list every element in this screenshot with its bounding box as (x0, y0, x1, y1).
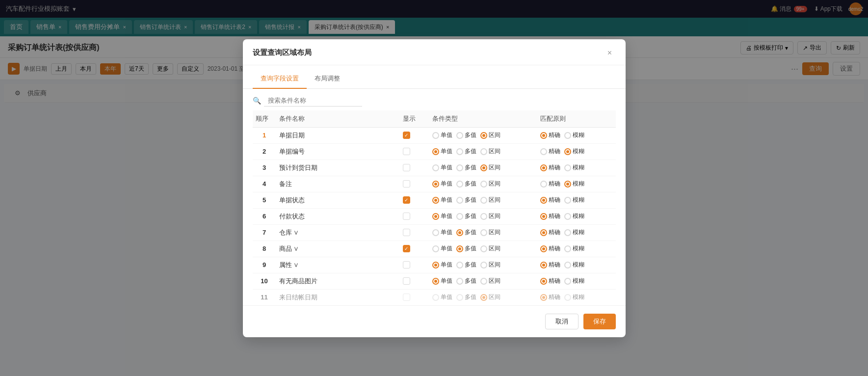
match-radio-精确[interactable]: 精确 (540, 147, 560, 156)
row-order: 2 (253, 143, 276, 160)
row-show-checkbox[interactable] (400, 224, 429, 241)
type-radio-区间[interactable]: 区间 (480, 261, 500, 269)
fields-table-container: 顺序 条件名称 显示 条件类型 匹配原则 1单据日期单值多值区间精确模糊2单据编… (243, 110, 626, 305)
type-radio-多值[interactable]: 多值 (456, 196, 476, 204)
table-row: 1单据日期单值多值区间精确模糊 (253, 127, 616, 143)
table-row: 6付款状态单值多值区间精确模糊 (253, 208, 616, 224)
row-show-checkbox[interactable] (400, 273, 429, 289)
type-radio-多值[interactable]: 多值 (456, 163, 476, 172)
match-radio-模糊[interactable]: 模糊 (564, 212, 584, 220)
type-radio-单值[interactable]: 单值 (432, 277, 452, 285)
type-radio-单值[interactable]: 单值 (432, 131, 452, 139)
row-show-checkbox[interactable] (400, 127, 429, 143)
type-radio-多值[interactable]: 多值 (456, 131, 476, 139)
type-radio-多值[interactable]: 多值 (456, 244, 476, 253)
type-radio-多值[interactable]: 多值 (456, 147, 476, 156)
match-radio-模糊[interactable]: 模糊 (564, 261, 584, 269)
row-field-name: 来日结帐日期 (276, 289, 400, 305)
row-type-options: 单值多值区间 (429, 176, 537, 192)
type-radio-单值[interactable]: 单值 (432, 212, 452, 220)
row-show-checkbox[interactable] (400, 160, 429, 176)
type-radio-单值[interactable]: 单值 (432, 244, 452, 253)
row-order: 6 (253, 208, 276, 224)
dialog-tabs: 查询字段设置 布局调整 (243, 65, 626, 89)
match-radio-模糊[interactable]: 模糊 (564, 131, 584, 139)
type-radio-单值[interactable]: 单值 (432, 293, 452, 301)
row-match-options: 精确模糊 (537, 127, 616, 143)
row-show-checkbox[interactable] (400, 143, 429, 160)
row-type-options: 单值多值区间 (429, 160, 537, 176)
row-show-checkbox[interactable] (400, 241, 429, 257)
match-radio-精确[interactable]: 精确 (540, 212, 560, 220)
match-radio-模糊[interactable]: 模糊 (564, 244, 584, 253)
match-radio-精确[interactable]: 精确 (540, 228, 560, 237)
type-radio-多值[interactable]: 多值 (456, 212, 476, 220)
row-type-options: 单值多值区间 (429, 192, 537, 208)
type-radio-区间[interactable]: 区间 (480, 293, 500, 301)
row-show-checkbox[interactable] (400, 176, 429, 192)
type-radio-多值[interactable]: 多值 (456, 293, 476, 301)
type-radio-多值[interactable]: 多值 (456, 228, 476, 237)
match-radio-模糊[interactable]: 模糊 (564, 147, 584, 156)
row-order: 4 (253, 176, 276, 192)
match-radio-模糊[interactable]: 模糊 (564, 163, 584, 172)
type-radio-区间[interactable]: 区间 (480, 228, 500, 237)
match-radio-精确[interactable]: 精确 (540, 261, 560, 269)
dialog-tab-layout[interactable]: 布局调整 (307, 71, 348, 89)
match-radio-模糊[interactable]: 模糊 (564, 196, 584, 204)
row-show-checkbox[interactable] (400, 289, 429, 305)
match-radio-精确[interactable]: 精确 (540, 131, 560, 139)
type-radio-单值[interactable]: 单值 (432, 261, 452, 269)
type-radio-区间[interactable]: 区间 (480, 277, 500, 285)
type-radio-区间[interactable]: 区间 (480, 147, 500, 156)
match-radio-精确[interactable]: 精确 (540, 293, 560, 301)
dialog-tab-query-fields[interactable]: 查询字段设置 (253, 71, 307, 89)
col-header-name: 条件名称 (276, 110, 400, 128)
type-radio-多值[interactable]: 多值 (456, 261, 476, 269)
type-radio-区间[interactable]: 区间 (480, 163, 500, 172)
row-type-options: 单值多值区间 (429, 127, 537, 143)
dialog-overlay: 设置查询区域布局 × 查询字段设置 布局调整 🔍 顺序 条件名称 显示 条件类型 (0, 0, 868, 376)
row-type-options: 单值多值区间 (429, 273, 537, 289)
type-radio-单值[interactable]: 单值 (432, 180, 452, 188)
row-type-options: 单值多值区间 (429, 257, 537, 273)
row-order: 11 (253, 289, 276, 305)
type-radio-单值[interactable]: 单值 (432, 196, 452, 204)
dialog-close-button[interactable]: × (604, 47, 616, 59)
save-button[interactable]: 保存 (583, 314, 616, 329)
type-radio-多值[interactable]: 多值 (456, 277, 476, 285)
match-radio-精确[interactable]: 精确 (540, 277, 560, 285)
row-type-options: 单值多值区间 (429, 143, 537, 160)
type-radio-区间[interactable]: 区间 (480, 131, 500, 139)
row-show-checkbox[interactable] (400, 257, 429, 273)
match-radio-精确[interactable]: 精确 (540, 244, 560, 253)
condition-search-input[interactable] (264, 95, 362, 107)
row-field-name: 单据编号 (276, 143, 400, 160)
dialog-title: 设置查询区域布局 (253, 48, 312, 57)
dialog-header: 设置查询区域布局 × (243, 39, 626, 65)
type-radio-区间[interactable]: 区间 (480, 196, 500, 204)
row-field-name: 预计到货日期 (276, 160, 400, 176)
type-radio-区间[interactable]: 区间 (480, 212, 500, 220)
table-row: 2单据编号单值多值区间精确模糊 (253, 143, 616, 160)
match-radio-精确[interactable]: 精确 (540, 196, 560, 204)
type-radio-单值[interactable]: 单值 (432, 163, 452, 172)
row-show-checkbox[interactable] (400, 208, 429, 224)
type-radio-区间[interactable]: 区间 (480, 244, 500, 253)
row-match-options: 精确模糊 (537, 289, 616, 305)
table-row: 4备注单值多值区间精确模糊 (253, 176, 616, 192)
type-radio-区间[interactable]: 区间 (480, 180, 500, 188)
match-radio-精确[interactable]: 精确 (540, 163, 560, 172)
row-field-name: 属性 ∨ (276, 257, 400, 273)
table-row: 10有无商品图片单值多值区间精确模糊 (253, 273, 616, 289)
type-radio-单值[interactable]: 单值 (432, 147, 452, 156)
match-radio-精确[interactable]: 精确 (540, 180, 560, 188)
match-radio-模糊[interactable]: 模糊 (564, 180, 584, 188)
type-radio-多值[interactable]: 多值 (456, 180, 476, 188)
row-show-checkbox[interactable] (400, 192, 429, 208)
cancel-button[interactable]: 取消 (545, 314, 579, 329)
match-radio-模糊[interactable]: 模糊 (564, 228, 584, 237)
type-radio-单值[interactable]: 单值 (432, 228, 452, 237)
match-radio-模糊[interactable]: 模糊 (564, 277, 584, 285)
match-radio-模糊[interactable]: 模糊 (564, 293, 584, 301)
